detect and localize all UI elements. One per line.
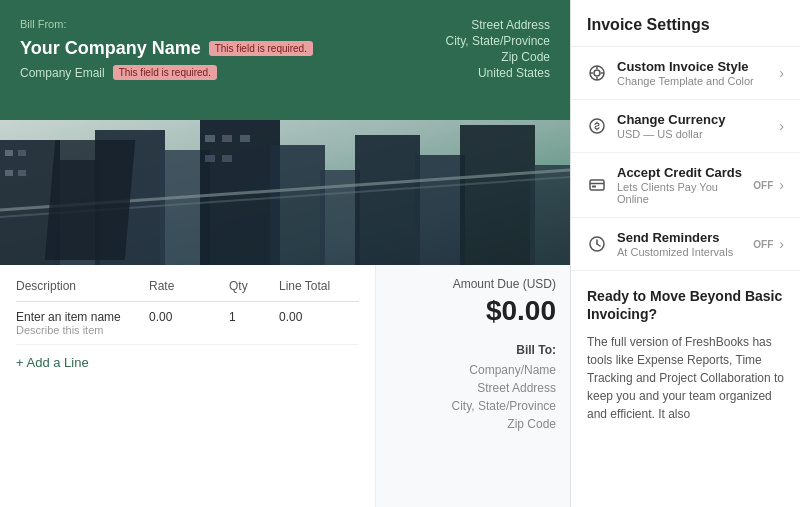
upsell-title: Ready to Move Beyond Basic Invoicing?	[587, 287, 784, 323]
custom-style-title: Custom Invoice Style	[617, 59, 769, 74]
currency-chevron: ›	[779, 118, 784, 134]
bill-from-right: Street Address City, State/Province Zip …	[446, 18, 550, 102]
bill-to-label: Bill To:	[390, 343, 556, 357]
qty-value[interactable]: 1	[229, 310, 279, 324]
custom-style-subtitle: Change Template and Color	[617, 75, 769, 87]
company-name[interactable]: Your Company Name	[20, 38, 201, 59]
upsell-section: Ready to Move Beyond Basic Invoicing? Th…	[571, 271, 800, 507]
amount-due-label: Amount Due (USD)	[390, 277, 556, 291]
company-name-row: Your Company Name This field is required…	[20, 38, 446, 59]
svg-point-24	[594, 70, 600, 76]
reminders-toggle[interactable]: OFF	[753, 239, 773, 250]
item-desc[interactable]: Describe this item	[16, 324, 149, 336]
amount-section: Amount Due (USD) $0.00 Bill To: Company/…	[375, 265, 570, 507]
reminders-right: OFF ›	[753, 236, 784, 252]
currency-title: Change Currency	[617, 112, 769, 127]
settings-item-reminders[interactable]: Send Reminders At Customized Intervals O…	[571, 218, 800, 271]
reminders-chevron: ›	[779, 236, 784, 252]
address-line-4: United States	[446, 66, 550, 80]
upsell-text: The full version of FreshBooks has tools…	[587, 333, 784, 423]
svg-rect-16	[205, 135, 215, 142]
svg-rect-12	[5, 150, 13, 156]
item-name[interactable]: Enter an item name	[16, 310, 149, 324]
svg-rect-18	[240, 135, 250, 142]
svg-rect-2	[55, 160, 100, 265]
svg-rect-6	[270, 145, 325, 265]
left-panel: Bill From: Your Company Name This field …	[0, 0, 570, 507]
credit-cards-chevron: ›	[779, 177, 784, 193]
svg-line-35	[597, 244, 600, 246]
rate-value[interactable]: 0.00	[149, 310, 229, 324]
add-line-button[interactable]: + Add a Line	[16, 345, 89, 380]
custom-style-text: Custom Invoice Style Change Template and…	[617, 59, 769, 87]
custom-style-icon	[587, 63, 607, 83]
company-name-required-badge: This field is required.	[209, 41, 313, 56]
col-description: Description	[16, 279, 149, 293]
bill-to-line3[interactable]: City, State/Province	[390, 397, 556, 415]
currency-right: ›	[779, 118, 784, 134]
svg-rect-3	[95, 130, 165, 265]
svg-rect-32	[592, 186, 596, 188]
svg-rect-19	[205, 155, 215, 162]
hero-image	[0, 120, 570, 265]
bill-to-section: Bill To: Company/Name Street Address Cit…	[390, 343, 556, 433]
svg-rect-15	[18, 170, 26, 176]
company-email-required-badge: This field is required.	[113, 65, 217, 80]
address-line-2[interactable]: City, State/Province	[446, 34, 550, 48]
line-total-value: 0.00	[279, 310, 359, 324]
bill-to-line4[interactable]: Zip Code	[390, 415, 556, 433]
svg-rect-14	[5, 170, 13, 176]
col-qty: Qty	[229, 279, 279, 293]
bill-from-label: Bill From:	[20, 18, 446, 30]
bill-from-header: Bill From: Your Company Name This field …	[0, 0, 570, 120]
svg-rect-10	[460, 125, 535, 265]
reminders-icon	[587, 234, 607, 254]
svg-rect-1	[0, 140, 60, 265]
svg-rect-8	[355, 135, 420, 265]
amount-due-value: $0.00	[390, 295, 556, 327]
address-line-1[interactable]: Street Address	[446, 18, 550, 32]
invoice-content-bottom: Description Rate Qty Line Total Enter an…	[0, 265, 570, 507]
currency-text: Change Currency USD — US dollar	[617, 112, 769, 140]
credit-card-icon	[587, 175, 607, 195]
company-email-row: Company Email This field is required.	[20, 65, 446, 80]
item-description-cell[interactable]: Enter an item name Describe this item	[16, 310, 149, 336]
svg-rect-17	[222, 135, 232, 142]
reminders-subtitle: At Customized Intervals	[617, 246, 743, 258]
svg-rect-20	[222, 155, 232, 162]
company-email-label: Company Email	[20, 66, 105, 80]
credit-cards-toggle[interactable]: OFF	[753, 180, 773, 191]
address-line-3[interactable]: Zip Code	[446, 50, 550, 64]
custom-style-chevron: ›	[779, 65, 784, 81]
custom-style-right: ›	[779, 65, 784, 81]
svg-rect-30	[590, 180, 604, 190]
reminders-title: Send Reminders	[617, 230, 743, 245]
currency-icon	[587, 116, 607, 136]
settings-item-credit-cards[interactable]: Accept Credit Cards Lets Clients Pay You…	[571, 153, 800, 218]
col-rate: Rate	[149, 279, 229, 293]
settings-item-currency[interactable]: Change Currency USD — US dollar ›	[571, 100, 800, 153]
credit-cards-subtitle: Lets Clients Pay You Online	[617, 181, 743, 205]
currency-subtitle: USD — US dollar	[617, 128, 769, 140]
invoice-settings-title: Invoice Settings	[571, 0, 800, 47]
svg-rect-9	[415, 155, 465, 265]
bill-from-left: Bill From: Your Company Name This field …	[20, 18, 446, 102]
table-row: Enter an item name Describe this item 0.…	[16, 302, 359, 345]
credit-cards-text: Accept Credit Cards Lets Clients Pay You…	[617, 165, 743, 205]
reminders-text: Send Reminders At Customized Intervals	[617, 230, 743, 258]
settings-item-custom-style[interactable]: Custom Invoice Style Change Template and…	[571, 47, 800, 100]
bill-to-line2[interactable]: Street Address	[390, 379, 556, 397]
credit-cards-right: OFF ›	[753, 177, 784, 193]
right-panel: Invoice Settings Custom Invoice Style Ch…	[570, 0, 800, 507]
credit-cards-title: Accept Credit Cards	[617, 165, 743, 180]
svg-rect-13	[18, 150, 26, 156]
invoice-lines-section: Description Rate Qty Line Total Enter an…	[0, 265, 375, 507]
table-header: Description Rate Qty Line Total	[16, 279, 359, 302]
bill-to-line1[interactable]: Company/Name	[390, 361, 556, 379]
col-line-total: Line Total	[279, 279, 359, 293]
